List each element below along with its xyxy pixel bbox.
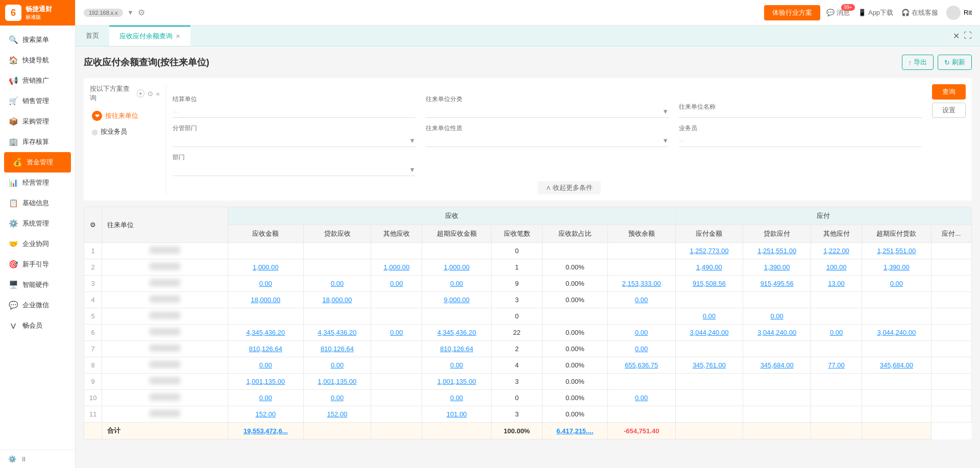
table-cell[interactable]: 0.00 <box>811 325 862 341</box>
collapse-scheme-icon[interactable]: « <box>156 90 160 97</box>
table-cell[interactable]: 0.00 <box>607 292 675 308</box>
footer-ar-total[interactable]: 19,553,472,6... <box>228 423 304 439</box>
table-cell[interactable]: 0.00 <box>228 276 304 292</box>
add-scheme-button[interactable]: + <box>137 89 144 97</box>
table-cell[interactable]: 4,345,436.20 <box>303 325 371 341</box>
table-cell[interactable]: 0.00 <box>422 357 492 374</box>
footer-prepaid[interactable]: 6,417,215.... <box>543 423 608 439</box>
tab-close-button[interactable]: ✕ <box>953 31 960 41</box>
query-button[interactable]: 查询 <box>932 84 966 100</box>
table-cell[interactable]: 4,345,436.20 <box>422 325 492 341</box>
table-cell[interactable]: 1,000.00 <box>422 259 492 276</box>
sidebar-item-system[interactable]: ⚙️ 系统管理 <box>0 213 75 234</box>
bottom-settings-icon[interactable]: ⚙️ <box>8 455 16 463</box>
app-download-button[interactable]: 📱 App下载 <box>858 8 893 17</box>
table-cell[interactable]: 1,001,135.00 <box>422 374 492 390</box>
unit-nature-input[interactable]: ▼ <box>426 135 669 147</box>
table-cell[interactable]: 18,000.00 <box>303 292 371 308</box>
table-cell[interactable]: 1,000.00 <box>371 259 422 276</box>
table-cell[interactable]: 3,044,240.00 <box>743 325 811 341</box>
table-cell[interactable]: 1,252,773.00 <box>675 243 743 259</box>
table-cell[interactable]: 1,490.00 <box>675 259 743 276</box>
table-cell[interactable]: 345,761.00 <box>675 357 743 374</box>
table-cell[interactable]: 915,508.56 <box>675 276 743 292</box>
table-cell[interactable]: 810,126.64 <box>422 341 492 357</box>
table-cell[interactable]: 810,126.64 <box>228 341 304 357</box>
table-cell[interactable]: 9,000.00 <box>422 292 492 308</box>
table-cell[interactable]: 100.00 <box>811 259 862 276</box>
table-cell[interactable]: 0.00 <box>371 325 422 341</box>
table-cell[interactable]: 4,345,436.20 <box>228 325 304 341</box>
sidebar-item-marketing[interactable]: 📢 营销推广 <box>0 70 75 91</box>
tab-close-icon[interactable]: ✕ <box>176 33 180 40</box>
scheme-item-by-salesman[interactable]: ◎ 按业务员 <box>90 124 160 139</box>
table-cell[interactable]: 0.00 <box>743 308 811 325</box>
sidebar-item-guide[interactable]: 🎯 新手引导 <box>0 254 75 275</box>
table-cell[interactable]: 1,001,135.00 <box>228 374 304 390</box>
table-cell[interactable]: 1,390.00 <box>743 259 811 276</box>
sidebar-item-basic[interactable]: 📋 基础信息 <box>0 193 75 213</box>
sidebar-item-operation[interactable]: 📊 经营管理 <box>0 173 75 193</box>
table-cell[interactable]: 1,001,135.00 <box>303 374 371 390</box>
table-cell[interactable]: 0.00 <box>675 308 743 325</box>
sidebar-item-search[interactable]: 🔍 搜索菜单 <box>0 30 75 50</box>
table-cell[interactable]: 0.00 <box>422 276 492 292</box>
table-cell[interactable]: 0.00 <box>607 390 675 406</box>
table-cell[interactable]: 152.00 <box>303 406 371 423</box>
settlement-input[interactable]: ··· <box>173 106 415 118</box>
table-cell[interactable]: 101.00 <box>422 406 492 423</box>
table-cell[interactable]: 0.00 <box>371 276 422 292</box>
tab-expand-button[interactable]: ⛶ <box>964 31 972 40</box>
sidebar-item-inventory[interactable]: 🏢 库存核算 <box>0 132 75 152</box>
table-cell[interactable]: 0.00 <box>228 390 304 406</box>
salesman-input[interactable]: ··· <box>679 135 922 147</box>
sidebar-item-sales[interactable]: 🛒 销售管理 <box>0 91 75 111</box>
scheme-item-by-unit[interactable]: ❤ 按往来单位 <box>90 108 160 124</box>
table-cell[interactable]: 0.00 <box>303 276 371 292</box>
table-cell[interactable]: 77.00 <box>811 357 862 374</box>
sub-dept-input[interactable]: ▼ <box>173 164 415 176</box>
table-cell[interactable]: 2,153,333.00 <box>607 276 675 292</box>
export-button[interactable]: ↑ 导出 <box>902 55 934 70</box>
gear-icon[interactable]: ⚙ <box>138 8 145 17</box>
table-cell[interactable]: 152.00 <box>228 406 304 423</box>
table-cell[interactable]: 1,222.00 <box>811 243 862 259</box>
collapse-conditions-button[interactable]: ∧ 收起更多条件 <box>537 181 601 194</box>
sidebar-item-purchase[interactable]: 📦 采购管理 <box>0 111 75 132</box>
sidebar-item-member[interactable]: V 畅会员 <box>0 315 75 336</box>
tab-home[interactable]: 首页 <box>76 26 109 45</box>
table-cell[interactable]: 810,126.64 <box>303 341 371 357</box>
table-cell[interactable]: 655,636.75 <box>607 357 675 374</box>
industry-solution-button[interactable]: 体验行业方案 <box>764 5 820 20</box>
table-cell[interactable]: 345,684.00 <box>862 357 932 374</box>
table-cell[interactable]: 0.00 <box>607 325 675 341</box>
table-cell[interactable]: 1,390.00 <box>862 259 932 276</box>
bottom-collapse-icon[interactable]: ⏸ <box>20 455 27 463</box>
table-cell[interactable]: 0.00 <box>303 357 371 374</box>
table-cell[interactable]: 3,044,240.00 <box>862 325 932 341</box>
settings-icon[interactable]: ⊙ <box>148 90 153 97</box>
unit-category-input[interactable]: ▼ <box>426 106 669 118</box>
table-cell[interactable]: 13.00 <box>811 276 862 292</box>
table-cell[interactable]: 0.00 <box>422 390 492 406</box>
table-cell[interactable]: 345,684.00 <box>743 357 811 374</box>
table-cell[interactable]: 18,000.00 <box>228 292 304 308</box>
dropdown-arrow-icon[interactable]: ▼ <box>127 9 134 16</box>
table-cell[interactable]: 0.00 <box>862 276 932 292</box>
sidebar-item-finance[interactable]: 💰 资金管理 <box>4 152 71 173</box>
messages-button[interactable]: 💬 消息 99+ <box>826 8 850 17</box>
tab-ar-ap[interactable]: 应收应付余额查询 ✕ <box>109 26 190 46</box>
unit-name-input[interactable] <box>679 113 922 118</box>
table-cell[interactable]: 915,495.56 <box>743 276 811 292</box>
setting-button[interactable]: 设置 <box>932 103 966 118</box>
dept-input[interactable]: ▼ <box>173 135 415 147</box>
table-cell[interactable]: 0.00 <box>303 390 371 406</box>
table-settings-icon[interactable]: ⚙ <box>90 221 96 229</box>
online-service-button[interactable]: 🎧 在线客服 <box>901 8 938 17</box>
sidebar-item-hardware[interactable]: 🖥️ 智能硬件 <box>0 275 75 295</box>
table-cell[interactable]: 3,044,240.00 <box>675 325 743 341</box>
sidebar-item-cooperation[interactable]: 🤝 企业协同 <box>0 234 75 254</box>
sidebar-item-wechat[interactable]: 💬 企业微信 <box>0 295 75 315</box>
refresh-button[interactable]: ↻ 刷新 <box>938 55 972 70</box>
table-cell[interactable]: 1,251,551.00 <box>862 243 932 259</box>
